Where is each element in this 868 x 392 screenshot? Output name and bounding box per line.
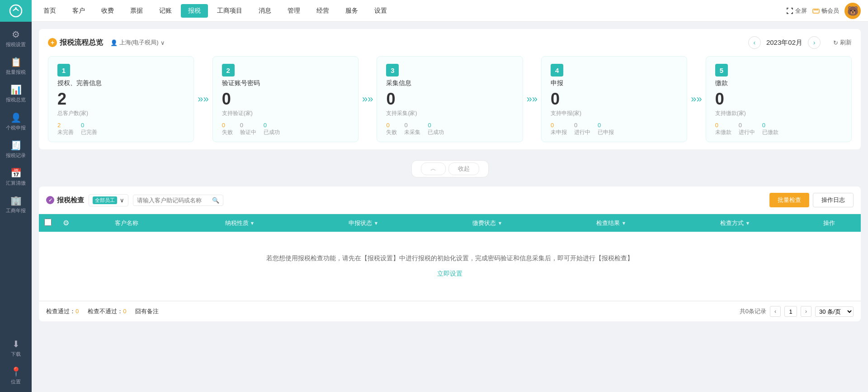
sidebar-item-tax-settings[interactable]: ⚙报税设置 — [1, 25, 31, 51]
overview-card: + 报税流程总览 👤 上海(电子税局) ∨ ‹ 2023年02月 › ↻ 刷新 — [39, 29, 861, 149]
nav-item-设置[interactable]: 设置 — [367, 4, 394, 18]
tax-settings-label: 报税设置 — [6, 42, 26, 48]
tax-overview-icon: 📊 — [10, 84, 22, 95]
step-badge: 3 — [386, 64, 399, 76]
step-title: 采集信息 — [386, 79, 513, 87]
arrow-between-3: »» — [523, 93, 541, 105]
pass-count[interactable]: 0 — [75, 308, 79, 315]
personal-tax-label: 个税申报 — [6, 125, 26, 131]
tax-bureau-selector[interactable]: 👤 上海(电子税局) ∨ — [110, 38, 165, 47]
step-sub: 总客户数(家) — [57, 110, 184, 117]
flow-card-step-5: 5 缴款 0 支持缴款(家) 0未缴款0进行中0已缴款 — [706, 56, 852, 142]
flow-card-step-2: 2 验证账号密码 0 支持验证(家) 0失败0验证中0已成功 — [212, 56, 359, 142]
flow-stat: 0已完善 — [81, 122, 97, 136]
step-stats: 2未完善0已完善 — [57, 122, 184, 136]
check-table-wrap: ⚙ 客户名称 纳税性质▼ 申报状态▼ — [39, 214, 861, 301]
vip-label: 畅会员 — [821, 7, 839, 15]
vip-button[interactable]: 畅会员 — [812, 7, 839, 15]
annual-settle-icon: 📅 — [10, 167, 22, 178]
nav-item-经营[interactable]: 经营 — [309, 4, 336, 18]
tax-settings-icon: ⚙ — [12, 29, 20, 40]
select-all-header[interactable] — [39, 214, 57, 232]
collapse-chevron-icon: ︿ — [421, 163, 446, 175]
fail-count[interactable]: 0 — [123, 308, 126, 315]
nav-item-首页[interactable]: 首页 — [36, 4, 63, 18]
arrow-between-1: »» — [194, 93, 212, 105]
staff-chevron-icon: ∨ — [120, 197, 124, 204]
user-avatar[interactable]: 🐻 — [844, 3, 861, 19]
nav-menu: 首页客户收费票据记账报税工商项目消息管理经营服务设置 — [32, 4, 786, 18]
personal-tax-icon: 👤 — [10, 112, 22, 123]
refresh-button[interactable]: ↻ 刷新 — [833, 38, 852, 47]
select-all-checkbox[interactable] — [44, 219, 52, 226]
search-icon[interactable]: 🔍 — [212, 197, 219, 204]
filter-icon: ▼ — [745, 220, 750, 226]
fullscreen-button[interactable]: 全屏 — [786, 7, 807, 15]
bureau-person-icon: 👤 — [110, 39, 118, 46]
flow-stat: 0进行中 — [739, 122, 755, 136]
tax-records-label: 报税记录 — [6, 153, 26, 158]
nav-item-消息[interactable]: 消息 — [251, 4, 278, 18]
nav-item-服务[interactable]: 服务 — [338, 4, 365, 18]
per-page-select[interactable]: 30 条/页 50 条/页 100 条/页 — [815, 306, 854, 317]
sidebar-item-personal-tax[interactable]: 👤个税申报 — [1, 109, 31, 134]
sidebar-item-location[interactable]: 📍位置 — [1, 363, 31, 388]
batch-check-button[interactable]: 批量检查 — [769, 193, 809, 207]
next-page-button[interactable]: › — [801, 306, 811, 317]
current-month: 2023年02月 — [766, 38, 802, 47]
staff-selector[interactable]: 全部员工 ∨ — [89, 194, 128, 206]
customer-name-header[interactable]: 客户名称 — [75, 214, 178, 232]
sidebar-item-batch-tax[interactable]: 📋批量报税 — [1, 53, 31, 79]
payment-status-header[interactable]: 缴费状态▼ — [425, 214, 549, 232]
logo[interactable] — [0, 0, 32, 22]
sidebar-item-annual-settle[interactable]: 📅汇算清缴 — [1, 164, 31, 190]
refresh-icon: ↻ — [833, 39, 838, 46]
customer-search-box: 🔍 — [133, 195, 223, 206]
declare-status-header[interactable]: 申报状态▼ — [302, 214, 425, 232]
tax-overview-label: 报税总览 — [6, 97, 26, 103]
step-big-num: 2 — [57, 89, 184, 109]
step-big-num: 0 — [715, 89, 842, 109]
check-method-header[interactable]: 检查方式▼ — [673, 214, 797, 232]
prev-month-button[interactable]: ‹ — [748, 36, 761, 49]
sidebar-item-tax-overview[interactable]: 📊报税总览 — [1, 81, 31, 106]
setup-link[interactable]: 立即设置 — [437, 270, 462, 277]
settings-header[interactable]: ⚙ — [57, 214, 75, 232]
table-header-row: ⚙ 客户名称 纳税性质▼ 申报状态▼ — [39, 214, 861, 232]
overview-title: + 报税流程总览 — [48, 38, 103, 48]
nav-item-报税[interactable]: 报税 — [181, 4, 208, 18]
empty-state: 若您想使用报税检查功能，请先在【报税设置】中进行报税的初始化设置，完成密码验证和… — [42, 236, 857, 296]
sidebar-item-download[interactable]: ⬇下载 — [1, 335, 31, 361]
tax-type-header[interactable]: 纳税性质▼ — [178, 214, 302, 232]
fullscreen-label: 全屏 — [795, 7, 807, 15]
svg-rect-2 — [813, 9, 819, 13]
flow-card-step-4: 4 申报 0 支持申报(家) 0未申报0进行中0已申报 — [541, 56, 687, 142]
step-stats: 0未缴款0进行中0已缴款 — [715, 122, 842, 136]
check-header: ✓ 报税检查 全部员工 ∨ 🔍 批量检查 操作日志 — [39, 186, 861, 214]
step-sub: 支持验证(家) — [222, 110, 349, 117]
customer-search-input[interactable] — [137, 197, 209, 204]
flow-stat: 0未申报 — [551, 122, 567, 136]
operation-log-button[interactable]: 操作日志 — [813, 193, 854, 207]
sidebar-item-tax-records[interactable]: 🧾报税记录 — [1, 136, 31, 162]
flow-stat: 2未完善 — [57, 122, 74, 136]
nav-item-收费[interactable]: 收费 — [94, 4, 121, 18]
nav-item-票据[interactable]: 票据 — [123, 4, 150, 18]
batch-tax-icon: 📋 — [10, 57, 22, 67]
location-label: 位置 — [11, 379, 21, 385]
flow-stat: 0已成功 — [428, 122, 444, 136]
nav-item-管理[interactable]: 管理 — [280, 4, 307, 18]
sidebar-item-business-annual[interactable]: 🏢工商年报 — [1, 191, 31, 217]
empty-state-cell: 若您想使用报税检查功能，请先在【报税设置】中进行报税的初始化设置，完成密码验证和… — [39, 232, 861, 301]
overview-header: + 报税流程总览 👤 上海(电子税局) ∨ ‹ 2023年02月 › ↻ 刷新 — [48, 36, 852, 49]
nav-item-客户[interactable]: 客户 — [65, 4, 92, 18]
first-page-button[interactable]: ‹ — [770, 306, 781, 317]
nav-item-记账[interactable]: 记账 — [152, 4, 179, 18]
nav-item-工商项目[interactable]: 工商项目 — [210, 4, 250, 18]
collapse-bar[interactable]: ︿ 收起 — [39, 157, 861, 181]
step-num: 2 — [222, 64, 349, 76]
step-title: 验证账号密码 — [222, 79, 349, 87]
check-result-header[interactable]: 检查结果▼ — [549, 214, 673, 232]
page-input[interactable] — [784, 306, 797, 317]
next-month-button[interactable]: › — [808, 36, 821, 49]
